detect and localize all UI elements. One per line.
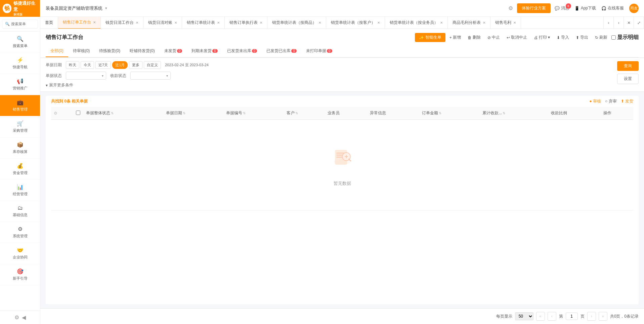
tabs-scroll-right-button[interactable]: › [614,17,624,29]
print-button[interactable]: 🖨 打印 ▾ [531,33,553,42]
sidebar-item-coop[interactable]: 🤝企业协同 [0,243,40,264]
message-button[interactable]: 💬 消息 6 [555,5,569,11]
sub-tab-overdue_ship[interactable]: 到期未发货0 [187,45,222,57]
sub-tab-shipped_out[interactable]: 已发货已出库0 [262,45,301,57]
main-area: 装备及固定资产辅助管理系统 ▾ ⚙ 体验行业方案 💬 消息 6 📱 App下载 … [40,0,644,324]
show-detail-checkbox[interactable] [611,35,616,40]
sub-tab-not_shipped[interactable]: 未发货0 [160,45,187,57]
page-size-select[interactable]: 102050100 [515,312,533,320]
tab-close-sales-stat-product[interactable]: ✕ [318,21,321,25]
tab-close-sales-exec[interactable]: ✕ [260,21,262,25]
sidebar-item-purchase[interactable]: 🛒采购管理 [0,116,40,137]
tab-sales-exec[interactable]: 销售订单执行表✕ [225,17,267,29]
sidebar-item-finance[interactable]: 💰资金管理 [0,159,40,180]
tab-close-sales-more[interactable]: ✕ [513,21,516,25]
app-download-button[interactable]: 📱 App下载 [574,5,596,11]
refresh-button[interactable]: ↻ 刷新 [592,33,610,42]
sort-icon-collected[interactable]: ⇅ [503,111,505,115]
sub-tab-wangpu_ship[interactable]: 旺铺待发货(0) [125,45,160,57]
tab-cash-daily[interactable]: 钱货日清工作台✕ [101,17,143,29]
sidebar-item-quick[interactable]: ⚡快捷导航 [0,53,40,74]
sub-tab-all[interactable]: 全部(0) [46,45,68,57]
page-number-input[interactable] [566,313,578,320]
tab-close-cash-daily[interactable]: ✕ [136,21,138,25]
query-button[interactable]: 查询 [617,61,639,71]
collapse-button[interactable]: ◀ [22,314,26,321]
sort-icon-amount[interactable]: ⇅ [439,111,441,115]
sub-tab-shipped_not_out[interactable]: 已发货未出库0 [222,45,262,57]
tab-cash-reconcile[interactable]: 钱货日清对账✕ [143,17,182,29]
column-settings-icon[interactable]: ⚙ [54,111,57,116]
prev-page-button[interactable]: ‹ [548,312,556,321]
sort-icon-customer[interactable]: ⇅ [295,111,298,115]
tab-close-sales-order[interactable]: ✕ [93,21,96,24]
tabs-expand-button[interactable]: ⤢ [634,17,644,29]
tab-sales-stat-staff[interactable]: 销货单统计表（按业务员）✕ [385,17,448,29]
date-btn-7days[interactable]: 近7天 [95,61,111,69]
industry-solution-button[interactable]: 体验行业方案 [517,3,551,13]
user-menu-button[interactable]: 用友 [629,4,639,13]
table-action-revoke-button[interactable]: ○ 弃审 [605,98,617,104]
sub-tab-pending[interactable]: 待审核(0) [68,45,95,57]
date-btn-yesterday[interactable]: 昨天 [66,61,79,69]
sub-tab-pending_check[interactable]: 待拣验货(0) [94,45,125,57]
settings-button[interactable]: 设置 [617,74,639,84]
tab-sales-stat-customer[interactable]: 销货单统计表（按客户）✕ [326,17,385,29]
show-detail-checkbox-label[interactable]: 显示明细 [611,34,639,41]
th-settings[interactable]: ⚙ [51,107,73,120]
sidebar-item-inventory[interactable]: 📦库存核算 [0,137,40,159]
new-button[interactable]: + 新增 [447,33,464,42]
last-page-button[interactable]: » [599,312,607,321]
select-all-checkbox[interactable] [76,111,80,115]
sidebar-item-system[interactable]: ⚙系统管理 [0,222,40,243]
payment-select[interactable] [130,72,171,80]
tab-close-sales-stat-customer[interactable]: ✕ [377,21,380,25]
cancel-stop-button[interactable]: ↩ 取消中止 [504,33,530,42]
tab-sales-stat-product[interactable]: 销货单统计表（按商品）✕ [267,17,326,29]
first-page-button[interactable]: « [536,312,545,321]
tab-close-profit-analysis[interactable]: ✕ [483,21,485,25]
sort-icon-status[interactable]: ⇅ [111,111,114,115]
sidebar-item-operation[interactable]: 📊经营管理 [0,180,40,201]
settings-bottom-button[interactable]: ⚙ [14,314,19,321]
expand-conditions-button[interactable]: ▾ 展开更多条件 [46,82,612,88]
online-support-button[interactable]: 🎧 在线客服 [601,5,624,11]
sub-tab-not_printed[interactable]: 未打印单据0 [301,45,337,57]
tab-close-sales-stat[interactable]: ✕ [217,21,220,25]
tabs-close-all-button[interactable]: ✕ [624,17,634,29]
filter-row-2: 单据状态 收款状态 [46,72,612,80]
sidebar-item-newbie[interactable]: 🎯新手引导 [0,264,40,285]
sidebar: 畅 畅捷通好生意 标准版 🔍 搜索菜单 🔍搜索菜单⚡快捷导航📢营销推广💼销售管理… [0,0,40,324]
system-dropdown-icon[interactable]: ▾ [105,6,107,10]
sidebar-item-promo[interactable]: 📢营销推广 [0,74,40,95]
sort-icon-date[interactable]: ⇅ [183,111,185,115]
table-action-audit-button[interactable]: ● 审核 [589,98,601,104]
sort-icon-number[interactable]: ⇅ [243,111,246,115]
stop-button[interactable]: ⊘ 中止 [485,33,503,42]
import-button[interactable]: ⬇ 导入 [554,33,572,42]
smart-create-button[interactable]: ✨ 智能生单 [415,33,445,42]
tab-close-cash-reconcile[interactable]: ✕ [174,21,177,25]
status-select[interactable] [66,72,106,80]
sidebar-item-search[interactable]: 🔍搜索菜单 [0,32,40,53]
topbar-gear-icon[interactable]: ⚙ [508,5,513,11]
date-btn-1month[interactable]: 近1月 [112,61,128,69]
sidebar-item-sales[interactable]: 💼销售管理 [0,95,40,116]
export-button[interactable]: ⬆ 导出 [573,33,591,42]
delete-button[interactable]: 🗑 删除 [465,33,483,42]
date-btn-custom[interactable]: 自定义 [144,61,161,69]
tab-home[interactable]: 首页 [40,17,58,29]
tab-sales-stat[interactable]: 销售订单统计表✕ [182,17,225,29]
date-btn-more[interactable]: 更多 [129,61,142,69]
search-menu-button[interactable]: 🔍 搜索菜单 [2,19,38,29]
tabs-scroll-left-button[interactable]: ‹ [604,17,614,29]
tab-sales-order[interactable]: 销售订单工作台✕ [58,17,101,29]
th-check[interactable] [73,107,83,120]
tab-profit-analysis[interactable]: 商品毛利分析表✕ [448,17,490,29]
next-page-button[interactable]: › [587,312,596,321]
tab-close-sales-stat-staff[interactable]: ✕ [440,21,443,25]
sidebar-item-basic[interactable]: 🗂基础信息 [0,201,40,222]
table-action-ship-button[interactable]: ⬆ 发货 [621,98,633,104]
tab-sales-more[interactable]: 销售毛利✕ [490,17,521,29]
date-btn-today[interactable]: 今天 [81,61,94,69]
